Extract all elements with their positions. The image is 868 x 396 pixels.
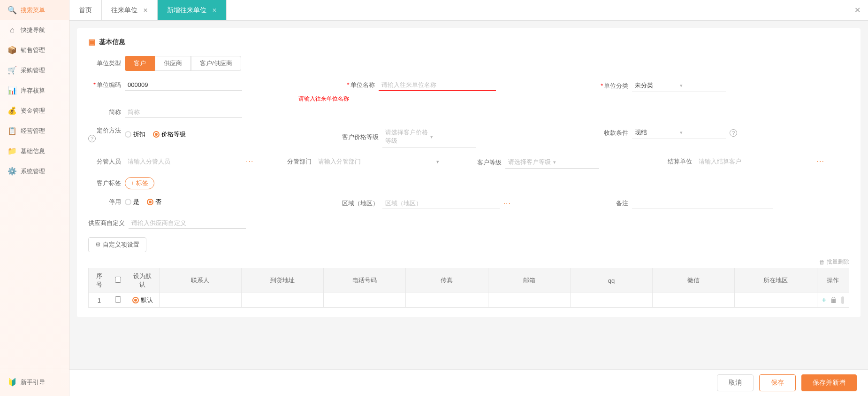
form-content: ▣ 基本信息 单位类型 客户 供应商 客户/供应商 *单位编 <box>69 21 868 369</box>
chevron-down-icon: ▾ <box>436 159 439 165</box>
pricing-help-icon[interactable]: ? <box>88 135 96 142</box>
tab-new-partner-label: 新增往来单位 <box>167 6 206 15</box>
sidebar-item-sales[interactable]: 📦 销售管理 <box>0 40 69 60</box>
unit-name-label: *单位名称 <box>342 81 375 89</box>
customer-level-select[interactable]: 请选择客户等级 ▾ <box>505 156 599 169</box>
select-all-checkbox[interactable] <box>115 277 121 283</box>
add-row-button[interactable]: + <box>822 296 826 304</box>
cell-address[interactable] <box>241 293 323 308</box>
radio-yes[interactable]: 是 <box>125 198 139 206</box>
col-region: 所在地区 <box>735 268 817 293</box>
contact-input[interactable] <box>164 297 236 304</box>
supplier-custom-input[interactable] <box>129 217 246 229</box>
payment-help-icon[interactable]: ? <box>730 129 737 137</box>
col-wechat: 微信 <box>653 268 735 293</box>
save-button[interactable]: 保存 <box>759 374 796 391</box>
wechat-input[interactable] <box>657 297 730 304</box>
unit-category-select[interactable]: 未分类 ▾ <box>632 79 726 92</box>
window-close-button[interactable]: ✕ <box>847 0 868 20</box>
region-input[interactable] <box>739 297 812 304</box>
address-input[interactable] <box>246 297 319 304</box>
fax-input[interactable] <box>411 297 483 304</box>
cell-email[interactable] <box>488 293 570 308</box>
tab-new-partner[interactable]: 新增往来单位 ✕ <box>158 0 227 20</box>
pricing-method-field: 定价方法 ? 折扣 价格等级 <box>88 126 342 142</box>
tab-new-partner-close[interactable]: ✕ <box>212 7 217 14</box>
cell-action: + 🗑 <box>817 293 849 308</box>
remark-label: 备注 <box>595 199 628 208</box>
btn-type-supplier[interactable]: 供应商 <box>155 56 191 71</box>
batch-delete-label[interactable]: 批量删除 <box>827 258 849 266</box>
phone-input[interactable] <box>328 297 401 304</box>
sidebar-item-search[interactable]: 🔍 搜索菜单 <box>0 0 69 20</box>
settlement-more-icon[interactable]: ··· <box>817 157 824 166</box>
manager-more-icon[interactable]: ··· <box>246 157 253 166</box>
abbreviation-row: 简称 <box>88 107 849 118</box>
tab-partner[interactable]: 往来单位 ✕ <box>102 0 158 20</box>
customer-price-level-select[interactable]: 请选择客户价格等级 ▾ <box>382 126 476 148</box>
settlement-unit-input[interactable] <box>696 156 813 167</box>
sidebar-item-inventory[interactable]: 📊 库存核算 <box>0 80 69 101</box>
col-checkbox <box>110 268 126 293</box>
sidebar-item-guide[interactable]: 🔰 新手引导 <box>0 372 69 392</box>
save-new-button[interactable]: 保存并新增 <box>801 374 857 391</box>
cancel-button[interactable]: 取消 <box>717 374 754 391</box>
btn-type-both[interactable]: 客户/供应商 <box>191 56 241 71</box>
qq-input[interactable] <box>575 297 647 304</box>
delete-row-button[interactable]: 🗑 <box>830 296 838 304</box>
manager-input[interactable] <box>125 156 242 167</box>
tab-home[interactable]: 首页 <box>69 0 102 20</box>
custom-settings-button[interactable]: ⚙ 自定义项设置 <box>88 237 146 252</box>
sidebar-item-operation[interactable]: 📋 经营管理 <box>0 121 69 141</box>
col-seq: 序号 <box>89 268 110 293</box>
region-label: 区域（地区） <box>342 199 379 208</box>
cell-wechat[interactable] <box>653 293 735 308</box>
sidebar-item-system[interactable]: ⚙️ 系统管理 <box>0 161 69 181</box>
section-title: ▣ 基本信息 <box>88 38 849 47</box>
sidebar-item-finance[interactable]: 💰 资金管理 <box>0 101 69 121</box>
department-input[interactable] <box>315 156 433 167</box>
cell-checkbox[interactable] <box>110 293 126 308</box>
region-input[interactable] <box>382 198 500 209</box>
customer-price-level-field: 客户价格等级 请选择客户价格等级 ▾ <box>342 126 596 148</box>
radio-no[interactable]: 否 <box>147 198 161 206</box>
footer: 取消 保存 保存并新增 <box>69 369 868 396</box>
sidebar-item-quicknav[interactable]: ⌂ 快捷导航 <box>0 20 69 40</box>
col-qq: qq <box>570 268 652 293</box>
region-more-icon[interactable]: ··· <box>503 199 511 208</box>
scrollbar[interactable] <box>841 296 844 304</box>
btn-type-customer[interactable]: 客户 <box>125 56 155 71</box>
row-checkbox[interactable] <box>115 296 121 303</box>
email-input[interactable] <box>493 297 565 304</box>
table-row: 1 默认 <box>89 293 849 308</box>
radio-price-level[interactable]: 价格等级 <box>153 130 186 139</box>
default-radio[interactable]: 默认 <box>131 296 154 304</box>
cell-qq[interactable] <box>570 293 652 308</box>
payment-terms-select[interactable]: 现结 ▾ <box>632 126 726 139</box>
radio-discount[interactable]: 折扣 <box>125 130 145 139</box>
radio-yes-circle <box>125 199 131 205</box>
sidebar-item-purchase[interactable]: 🛒 采购管理 <box>0 60 69 80</box>
unit-info-row: *单位编码 *单位名称 *单位分类 未分类 ▾ <box>88 79 849 92</box>
default-label: 默认 <box>141 296 153 304</box>
remark-input[interactable] <box>632 198 773 209</box>
section-title-icon: ▣ <box>88 38 95 47</box>
payment-terms-field: 收款条件 现结 ▾ ? <box>595 126 849 139</box>
unit-code-input[interactable] <box>125 79 242 91</box>
customer-level-label: 客户等级 <box>469 158 502 167</box>
abbreviation-input[interactable] <box>125 107 242 118</box>
pricing-method-radios: 折扣 价格等级 <box>125 130 186 139</box>
col-phone: 电话号码 <box>324 268 406 293</box>
sidebar-item-basic[interactable]: 📁 基础信息 <box>0 141 69 161</box>
abbreviation-field: 简称 <box>88 107 849 118</box>
batch-delete-icon: 🗑 <box>819 259 825 265</box>
add-tag-button[interactable]: + 标签 <box>125 177 154 189</box>
tab-partner-close[interactable]: ✕ <box>143 7 148 14</box>
cell-phone[interactable] <box>324 293 406 308</box>
system-icon: ⚙️ <box>8 167 17 176</box>
unit-name-input[interactable] <box>379 79 496 91</box>
cell-fax[interactable] <box>406 293 488 308</box>
disabled-field: 停用 是 否 <box>88 198 342 206</box>
cell-contact[interactable] <box>159 293 241 308</box>
cell-region[interactable] <box>735 293 817 308</box>
